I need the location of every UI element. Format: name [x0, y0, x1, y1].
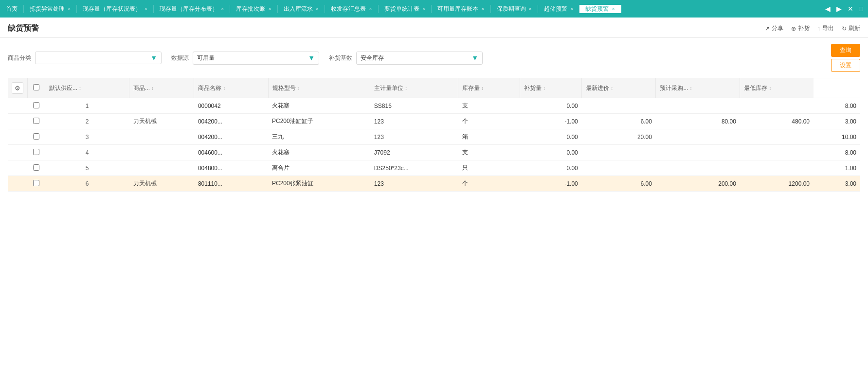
tab-item-7[interactable]: 要货单统计表×	[379, 5, 432, 13]
row-checkbox-cell[interactable]	[28, 145, 45, 160]
tab-item-6[interactable]: 收发存汇总表×	[325, 5, 378, 13]
query-button[interactable]: 查询	[831, 44, 860, 57]
tab-item-2[interactable]: 现存量（库存状况表）×	[77, 5, 153, 13]
row-checkbox[interactable]	[33, 133, 39, 140]
row-spec: DS250*23c...	[370, 160, 458, 176]
row-supplier	[129, 145, 194, 160]
tab-prev-button[interactable]: ◀	[822, 4, 833, 14]
row-unit: 支	[458, 98, 520, 114]
header-actions: ↗ 分享 ⊕ 补货 ↑ 导出 ↻ 刷新	[765, 24, 860, 33]
tab-close-11[interactable]: ×	[612, 6, 615, 12]
row-checkbox[interactable]	[33, 102, 39, 108]
tab-next-button[interactable]: ▶	[833, 4, 845, 14]
datasource-select[interactable]: 可用量 ▼	[193, 52, 319, 65]
row-number: 3	[45, 129, 129, 145]
table-row: 5004800...离合片DS250*23c...只0.001.00	[8, 160, 860, 176]
table-row: 3004200...三九123箱0.0020.0010.00	[8, 129, 860, 145]
row-latest-price	[656, 160, 740, 176]
th-product-name-sort[interactable]: 商品名称 ↕	[198, 84, 264, 92]
row-spec: SS816	[370, 98, 458, 114]
row-checkbox[interactable]	[33, 118, 39, 124]
th-product-code-sort[interactable]: 商品... ↕	[133, 84, 190, 92]
tab-close-8[interactable]: ×	[481, 6, 484, 12]
tab-item-8[interactable]: 可用量库存账本×	[432, 5, 490, 13]
settings-button[interactable]: 设置	[831, 59, 860, 72]
row-restock-qty: 6.00	[582, 114, 656, 129]
table-body: 10000042火花塞SS816支0.008.002力天机械004200...P…	[8, 98, 860, 192]
th-latest-price: 最新进价 ↕	[582, 78, 656, 98]
th-unit: 主计量单位 ↕	[370, 78, 458, 98]
row-checkbox-cell[interactable]	[28, 114, 45, 129]
tab-close-5[interactable]: ×	[316, 6, 319, 12]
select-all-checkbox[interactable]	[33, 84, 39, 90]
row-latest-price	[656, 129, 740, 145]
est-purchase-sort-icon: ↕	[689, 86, 692, 91]
share-button[interactable]: ↗ 分享	[765, 24, 783, 33]
tab-item-4[interactable]: 库存批次账×	[230, 5, 277, 13]
tab-maximize-button[interactable]: □	[856, 4, 866, 14]
tab-close-9[interactable]: ×	[529, 6, 532, 12]
tab-close-7[interactable]: ×	[422, 6, 425, 12]
row-restock-qty	[582, 98, 656, 114]
row-stock: -1.00	[520, 176, 582, 192]
row-checkbox[interactable]	[33, 164, 39, 171]
tab-nav-buttons: ◀ ▶ ✕ □	[820, 4, 868, 14]
tab-item-11[interactable]: 缺货预警×	[579, 5, 621, 13]
th-min-stock: 最低库存 ↕	[740, 78, 814, 98]
row-restock-qty	[582, 145, 656, 160]
row-min-stock: 3.00	[814, 114, 860, 129]
th-latest-price-sort[interactable]: 最新进价 ↕	[586, 84, 651, 92]
tab-item-3[interactable]: 现存量（库存分布表）×	[154, 5, 230, 13]
tab-close-2[interactable]: ×	[144, 6, 147, 12]
tab-close-10[interactable]: ×	[570, 6, 573, 12]
row-supplier	[129, 160, 194, 176]
tab-bar: 首页拣货异常处理×现存量（库存状况表）×现存量（库存分布表）×库存批次账×出入库…	[0, 0, 868, 18]
th-unit-sort[interactable]: 主计量单位 ↕	[374, 84, 454, 92]
th-restock-qty-sort[interactable]: 补货量 ↕	[524, 84, 578, 92]
refresh-button[interactable]: ↻ 刷新	[842, 24, 860, 33]
tab-item-9[interactable]: 保质期查询×	[491, 5, 538, 13]
row-checkbox-cell[interactable]	[28, 129, 45, 145]
category-select[interactable]: ▼	[35, 52, 162, 64]
tab-item-5[interactable]: 出入库流水×	[278, 5, 325, 13]
tab-close-4[interactable]: ×	[268, 6, 271, 12]
row-checkbox-cell[interactable]	[28, 176, 45, 192]
row-latest-price	[656, 145, 740, 160]
row-checkbox-cell[interactable]	[28, 98, 45, 114]
row-min-stock: 8.00	[814, 145, 860, 160]
th-est-purchase-sort[interactable]: 预计采购... ↕	[660, 84, 736, 92]
row-stock: 0.00	[520, 129, 582, 145]
th-spec: 规格型号 ↕	[268, 78, 370, 98]
tab-item-10[interactable]: 超储预警×	[538, 5, 579, 13]
row-min-stock: 8.00	[814, 98, 860, 114]
tab-close-3[interactable]: ×	[221, 6, 224, 12]
row-min-stock: 3.00	[814, 176, 860, 192]
th-stock-sort[interactable]: 库存量 ↕	[462, 84, 516, 92]
tab-item-1[interactable]: 拣货异常处理×	[24, 5, 77, 13]
restock-select[interactable]: 安全库存 ▼	[356, 52, 483, 65]
tab-close-all-button[interactable]: ✕	[845, 4, 856, 14]
row-unit: 个	[458, 176, 520, 192]
row-checkbox[interactable]	[33, 180, 39, 186]
row-checkbox[interactable]	[33, 149, 39, 155]
gear-icon-button[interactable]: ⚙	[12, 82, 23, 94]
row-product-code: 801110...	[194, 176, 268, 192]
tab-item-0[interactable]: 首页	[0, 5, 24, 13]
row-product-code: 0000042	[194, 98, 268, 114]
th-restock-qty: 补货量 ↕	[520, 78, 582, 98]
unit-sort-icon: ↕	[405, 86, 407, 91]
row-checkbox-cell[interactable]	[28, 160, 45, 176]
th-supplier-sort[interactable]: 默认供应... ↕	[49, 84, 125, 92]
th-spec-sort[interactable]: 规格型号 ↕	[272, 84, 366, 92]
row-number: 5	[45, 160, 129, 176]
stock-sort-icon: ↕	[481, 86, 484, 91]
table-row: 4004600...火花塞J7092支0.008.00	[8, 145, 860, 160]
row-number: 1	[45, 98, 129, 114]
export-button[interactable]: ↑ 导出	[817, 24, 834, 33]
row-supplier	[129, 98, 194, 114]
restock-button[interactable]: ⊕ 补货	[791, 24, 810, 33]
tab-close-1[interactable]: ×	[68, 6, 71, 12]
th-min-stock-sort[interactable]: 最低库存 ↕	[744, 84, 810, 92]
tab-close-6[interactable]: ×	[369, 6, 372, 12]
filter-actions: 查询 设置	[831, 44, 860, 72]
